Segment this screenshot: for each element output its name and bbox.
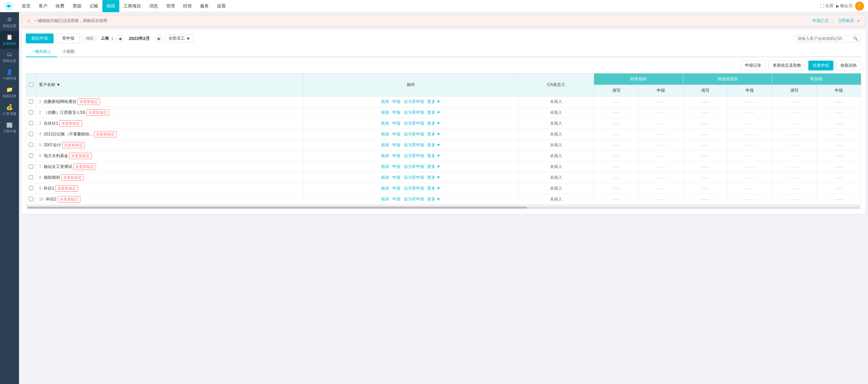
staff-filter[interactable]: 全部员工 ▼ [165, 34, 193, 43]
op-more-9[interactable]: 更多 ▼ [427, 197, 440, 201]
horizontal-scrollbar[interactable] [26, 205, 861, 210]
op-declare-6[interactable]: 申报 [392, 164, 400, 169]
sidebar: ⚙ 报税设置 📋 批量报税 🗂 报税总览 👤 个税申报 📁 报税记录 💰 汇算清… [0, 12, 19, 384]
op-zero-declare-5[interactable]: 设为零申报 [404, 153, 424, 158]
op-zero-declare-1[interactable]: 设为零申报 [404, 110, 424, 115]
op-zero-declare-9[interactable]: 设为零申报 [404, 197, 424, 201]
op-zero-declare-8[interactable]: 设为零申报 [404, 186, 424, 191]
op-tax-sheet-2[interactable]: 税表 [381, 121, 389, 126]
op-zero-declare-0[interactable]: 设为零申报 [404, 99, 424, 104]
op-more-6[interactable]: 更多 ▼ [427, 164, 440, 169]
nav-item-settings[interactable]: 设置 [213, 0, 230, 12]
sidebar-item-annual-report[interactable]: 🏢 工商年报 [0, 119, 19, 136]
op-declare-0[interactable]: 申报 [392, 99, 400, 104]
sidebar-item-personal-tax[interactable]: 👤 个税申报 [0, 66, 19, 84]
op-more-8[interactable]: 更多 ▼ [427, 186, 440, 191]
op-more-4[interactable]: 更多 ▼ [427, 143, 440, 147]
alert-close-button[interactable]: ✕ [857, 19, 860, 23]
fullscreen-icon: ⛶ [820, 4, 824, 8]
row-check-6[interactable] [29, 164, 33, 169]
row-v1-9: —— [594, 194, 638, 205]
op-tax-sheet-1[interactable]: 税表 [381, 110, 389, 115]
op-zero-declare-4[interactable]: 设为零申报 [404, 143, 424, 147]
row-check-3[interactable] [29, 132, 33, 136]
collect-receipt-button[interactable]: 收取回执 [836, 61, 861, 70]
nav-item-invoice[interactable]: 票据 [68, 0, 85, 12]
tab-zero-declare[interactable]: 零申报 [56, 34, 80, 43]
op-declare-3[interactable]: 申报 [392, 132, 400, 136]
op-declare-7[interactable]: 申报 [392, 175, 400, 180]
row-check-1[interactable] [29, 110, 33, 114]
op-more-2[interactable]: 更多 ▼ [427, 121, 440, 126]
alert-link-purchase[interactable]: 立即购买 [838, 18, 854, 24]
tab-tax-declare[interactable]: 税款申报 [26, 34, 54, 43]
nav-item-home[interactable]: 首页 [18, 0, 35, 12]
nav-item-message[interactable]: 消息 [145, 0, 162, 12]
row-check-9[interactable] [29, 197, 33, 201]
op-tax-sheet-4[interactable]: 税表 [381, 143, 389, 147]
row-check-8[interactable] [29, 186, 33, 190]
op-more-1[interactable]: 更多 ▼ [427, 110, 440, 115]
row-check-2[interactable] [29, 121, 33, 125]
row-check-4[interactable] [29, 143, 33, 147]
op-tax-sheet-7[interactable]: 税表 [381, 175, 389, 180]
date-prev-button[interactable]: ◀ [116, 35, 123, 42]
update-settings-button[interactable]: 更新统定及取数 [768, 61, 806, 70]
op-declare-1[interactable]: 申报 [392, 110, 400, 115]
nav-item-business[interactable]: 工商项目 [119, 0, 145, 12]
row-check-7[interactable] [29, 175, 33, 179]
search-icon: 🔍 [853, 36, 858, 41]
batch-declare-button[interactable]: 批量申报 [808, 61, 833, 70]
op-tax-sheet-0[interactable]: 税表 [381, 99, 389, 104]
op-tax-sheet-6[interactable]: 税表 [381, 164, 389, 169]
select-all-checkbox[interactable] [29, 82, 33, 87]
op-declare-4[interactable]: 申报 [392, 143, 400, 147]
nav-item-charge[interactable]: 收费 [52, 0, 68, 12]
sidebar-item-settlement[interactable]: 💰 汇算清缴 [0, 101, 19, 119]
sub-tab-general[interactable]: 一般的税人 [26, 47, 57, 57]
op-zero-declare-3[interactable]: 设为零申报 [404, 132, 424, 136]
status-badge-3: 未更新核定 [94, 131, 117, 137]
op-tax-sheet-5[interactable]: 税表 [381, 153, 389, 158]
nav-item-accounting[interactable]: 记账 [85, 0, 102, 12]
op-more-3[interactable]: 更多 ▼ [427, 132, 440, 136]
op-declare-8[interactable]: 申报 [392, 186, 400, 191]
alert-link-summary[interactable]: 申报汇总 [812, 18, 829, 24]
row-check-0[interactable] [29, 99, 33, 104]
declare-record-button[interactable]: 申报记录 [741, 61, 766, 70]
sub-tab-small[interactable]: 小规模 [57, 47, 80, 57]
app-logo [4, 1, 14, 11]
op-declare-2[interactable]: 申报 [392, 121, 400, 126]
member-button[interactable]: ▶ 畅会员 [836, 3, 852, 9]
table-row: 10 科目2 未更新核定 税表 申报 设为零申报 更多 ▼ 未插入 —— —— … [26, 194, 861, 205]
row-v6-8: —— [816, 183, 861, 194]
row-v4-8: —— [728, 183, 772, 194]
sidebar-item-batch-tax[interactable]: 📋 批量报税 [0, 31, 19, 49]
op-declare-5[interactable]: 申报 [392, 153, 400, 158]
op-more-7[interactable]: 更多 ▼ [427, 175, 440, 180]
search-input[interactable] [797, 36, 852, 41]
op-more-0[interactable]: 更多 ▼ [427, 99, 440, 104]
sidebar-item-tax-settings[interactable]: ⚙ 报税设置 [0, 14, 19, 31]
sidebar-item-tax-overview[interactable]: 🗂 报税总览 [0, 49, 19, 66]
nav-item-service[interactable]: 服务 [196, 0, 213, 12]
sidebar-item-tax-record[interactable]: 📁 报税记录 [0, 84, 19, 101]
op-zero-declare-7[interactable]: 设为零申报 [404, 175, 424, 180]
nav-item-client[interactable]: 客户 [35, 0, 52, 12]
op-tax-sheet-8[interactable]: 税表 [381, 186, 389, 191]
fullscreen-button[interactable]: ⛶ 全屏 [820, 3, 833, 9]
date-next-button[interactable]: ▶ [155, 35, 163, 42]
region-info-icon[interactable]: ℹ [112, 36, 113, 41]
nav-item-tax[interactable]: 报税 [102, 0, 119, 12]
nav-item-operation[interactable]: 经营 [179, 0, 196, 12]
op-zero-declare-2[interactable]: 设为零申报 [404, 121, 424, 126]
avatar[interactable]: 😊 [855, 2, 864, 10]
op-more-5[interactable]: 更多 ▼ [427, 153, 440, 158]
op-tax-sheet-3[interactable]: 税表 [381, 132, 389, 136]
op-tax-sheet-9[interactable]: 税表 [381, 197, 389, 201]
row-check-5[interactable] [29, 153, 33, 158]
op-declare-9[interactable]: 申报 [392, 197, 400, 201]
op-zero-declare-6[interactable]: 设为零申报 [404, 164, 424, 169]
nav-item-manage[interactable]: 管理 [162, 0, 179, 12]
table-wrap: 客户名称 ▼ 操作 CA状态 C 财务报表 增值税报表 附加税 填写 申报 [26, 73, 861, 205]
